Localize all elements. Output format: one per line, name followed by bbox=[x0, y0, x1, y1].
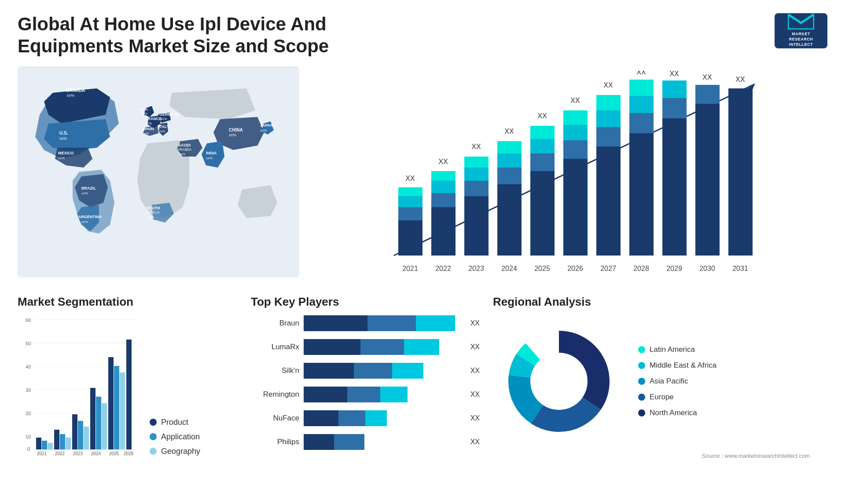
source-text: Source : www.marketresearchintellect.com bbox=[475, 453, 810, 459]
svg-text:AFRICA: AFRICA bbox=[145, 210, 160, 215]
svg-rect-80 bbox=[629, 96, 654, 113]
svg-rect-42 bbox=[431, 207, 456, 256]
svg-text:SOUTH: SOUTH bbox=[146, 206, 160, 210]
svg-point-137 bbox=[535, 357, 583, 405]
svg-text:INDIA: INDIA bbox=[206, 151, 217, 155]
reg-label-asia-pacific: Asia Pacific bbox=[650, 377, 688, 386]
svg-text:FRANCE: FRANCE bbox=[145, 117, 162, 121]
reg-label-latin-america: Latin America bbox=[650, 345, 695, 354]
svg-rect-55 bbox=[497, 168, 522, 184]
svg-text:xx%: xx% bbox=[160, 117, 167, 121]
svg-text:2028: 2028 bbox=[633, 265, 649, 272]
svg-rect-68 bbox=[563, 125, 588, 140]
svg-text:2023: 2023 bbox=[73, 451, 83, 456]
svg-text:xx%: xx% bbox=[158, 129, 165, 133]
svg-rect-51 bbox=[464, 157, 489, 168]
player-val-remington: XX bbox=[470, 391, 480, 398]
svg-rect-118 bbox=[84, 427, 89, 449]
svg-rect-61 bbox=[530, 153, 555, 171]
svg-text:2024: 2024 bbox=[91, 451, 101, 456]
svg-rect-63 bbox=[530, 126, 555, 139]
svg-text:2026: 2026 bbox=[124, 451, 134, 456]
legend-dot-application bbox=[150, 433, 157, 440]
reg-legend-mea: Middle East & Africa bbox=[638, 361, 716, 370]
svg-text:2024: 2024 bbox=[501, 265, 517, 272]
svg-text:xx%: xx% bbox=[206, 156, 213, 160]
svg-text:2025: 2025 bbox=[109, 451, 119, 456]
svg-rect-69 bbox=[563, 110, 588, 125]
player-row-philips: Philips XX bbox=[251, 434, 480, 450]
legend-label-application: Application bbox=[161, 432, 200, 442]
svg-text:XX: XX bbox=[504, 128, 514, 135]
svg-text:0: 0 bbox=[27, 446, 30, 452]
donut-chart bbox=[493, 315, 625, 447]
svg-rect-38 bbox=[398, 196, 422, 207]
svg-rect-50 bbox=[464, 168, 489, 181]
svg-text:30: 30 bbox=[26, 387, 31, 393]
seg-chart-svg: 60 50 40 30 20 10 0 bbox=[18, 315, 141, 456]
player-bar-braun bbox=[304, 315, 463, 331]
player-val-lumarx: XX bbox=[470, 343, 480, 351]
svg-rect-49 bbox=[464, 181, 489, 196]
player-name-silkn: Silk'n bbox=[251, 366, 299, 375]
svg-text:U.K.: U.K. bbox=[141, 107, 149, 111]
reg-dot-latin-america bbox=[638, 346, 645, 353]
svg-rect-62 bbox=[530, 139, 555, 153]
svg-rect-66 bbox=[563, 159, 588, 256]
svg-rect-123 bbox=[114, 366, 119, 449]
donut-area: Latin America Middle East & Africa Asia … bbox=[493, 315, 827, 447]
reg-legend-europe: Europe bbox=[638, 393, 716, 402]
svg-text:xx%: xx% bbox=[59, 136, 67, 141]
legend-label-geography: Geography bbox=[161, 447, 200, 456]
svg-text:10: 10 bbox=[26, 434, 31, 439]
regional-title: Regional Analysis bbox=[493, 295, 827, 309]
svg-rect-37 bbox=[398, 207, 422, 220]
seg-legend: Product Application Geography bbox=[150, 409, 200, 456]
key-players-section: Top Key Players Braun XX LumaRx bbox=[251, 295, 480, 504]
world-map-container: CANADA xx% U.S. xx% MEXICO xx% BRAZIL xx… bbox=[18, 66, 299, 286]
svg-text:xx%: xx% bbox=[141, 112, 147, 116]
svg-rect-74 bbox=[596, 110, 621, 127]
svg-text:2027: 2027 bbox=[600, 265, 616, 272]
reg-legend-asia-pacific: Asia Pacific bbox=[638, 377, 716, 386]
svg-text:2021: 2021 bbox=[37, 451, 47, 456]
svg-text:ARGENTINA: ARGENTINA bbox=[78, 215, 102, 219]
svg-text:xx%: xx% bbox=[81, 191, 88, 195]
svg-text:60: 60 bbox=[26, 318, 31, 323]
page-header: Global At Home Use Ipl Device And Equipm… bbox=[0, 0, 845, 62]
player-bar-silkn bbox=[304, 363, 463, 379]
svg-text:XX: XX bbox=[438, 158, 448, 165]
logo-text: MARKET RESEARCH INTELLECT bbox=[789, 32, 813, 47]
svg-text:2030: 2030 bbox=[699, 265, 715, 272]
svg-rect-121 bbox=[102, 403, 107, 449]
svg-rect-120 bbox=[96, 397, 101, 449]
svg-text:20: 20 bbox=[26, 411, 31, 416]
legend-application: Application bbox=[150, 432, 200, 442]
legend-dot-geography bbox=[150, 448, 157, 455]
svg-text:XX: XX bbox=[471, 143, 481, 150]
world-map: CANADA xx% U.S. xx% MEXICO xx% BRAZIL xx… bbox=[18, 66, 299, 278]
player-val-philips: XX bbox=[470, 438, 480, 446]
svg-rect-84 bbox=[662, 118, 687, 256]
svg-rect-75 bbox=[596, 95, 621, 110]
svg-text:50: 50 bbox=[26, 341, 31, 346]
svg-rect-48 bbox=[464, 196, 489, 256]
legend-dot-product bbox=[150, 419, 157, 426]
svg-text:CANADA: CANADA bbox=[66, 88, 85, 93]
svg-rect-115 bbox=[66, 438, 71, 449]
player-val-nuface: XX bbox=[470, 414, 480, 422]
svg-rect-67 bbox=[563, 140, 588, 159]
svg-text:40: 40 bbox=[26, 364, 31, 369]
svg-rect-36 bbox=[398, 220, 422, 256]
bar-chart-container: XX 2021 XX 2022 XX 2023 XX 2024 bbox=[312, 66, 827, 286]
svg-text:MEXICO: MEXICO bbox=[58, 151, 74, 155]
svg-text:2029: 2029 bbox=[666, 265, 682, 272]
svg-rect-113 bbox=[54, 430, 59, 449]
svg-rect-81 bbox=[629, 80, 654, 96]
svg-rect-56 bbox=[497, 153, 522, 168]
svg-text:xx%: xx% bbox=[81, 220, 88, 224]
svg-rect-119 bbox=[90, 388, 96, 449]
svg-text:xx%: xx% bbox=[229, 133, 236, 137]
svg-rect-54 bbox=[497, 184, 522, 256]
svg-rect-57 bbox=[497, 141, 522, 153]
